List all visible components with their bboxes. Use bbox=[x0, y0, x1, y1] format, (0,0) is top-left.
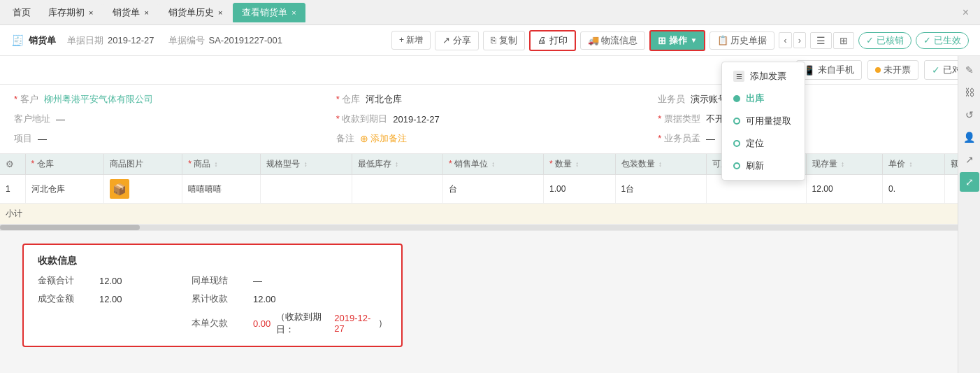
logistics-button[interactable]: 🚚 物流信息 bbox=[580, 31, 645, 50]
add-note-button[interactable]: ⊕ 添加备注 bbox=[360, 132, 407, 145]
salesman-value: — bbox=[706, 134, 715, 144]
close-icon[interactable]: × bbox=[89, 8, 93, 17]
refresh-label: 刷新 bbox=[746, 160, 764, 172]
cell-sales-unit: 台 bbox=[442, 175, 543, 204]
view-buttons: ☰ ⊞ bbox=[810, 32, 854, 49]
menu-locate[interactable]: 定位 bbox=[722, 132, 805, 155]
form-area: 客户 柳州粤港平安气体有限公司 仓库 河北仓库 业务员 演示账号 客户地址 — … bbox=[0, 85, 980, 154]
refresh-dot-icon bbox=[733, 162, 740, 169]
not-open-button[interactable]: 未开票 bbox=[867, 60, 918, 80]
close-icon[interactable]: × bbox=[218, 8, 222, 17]
tab-sales-order[interactable]: 销货单 × bbox=[103, 3, 157, 22]
col-current-stock: 现存量 ↕ bbox=[806, 154, 882, 175]
add-note-label: 添加备注 bbox=[370, 132, 407, 145]
tab-home[interactable]: 首页 bbox=[6, 6, 38, 19]
operate-down-icon: ▼ bbox=[690, 36, 697, 44]
col-sales-unit: 销售单位 ↕ bbox=[442, 154, 543, 175]
orange-dot-icon bbox=[875, 67, 881, 73]
tab-sales-history[interactable]: 销货单历史 × bbox=[159, 3, 231, 22]
copy-button[interactable]: ⎘ 复制 bbox=[483, 31, 525, 50]
operate-grid-icon: ⊞ bbox=[658, 35, 666, 46]
status-badges: ✓ 已核销 ✓ 已生效 bbox=[858, 32, 969, 49]
from-phone-label: 来自手机 bbox=[818, 64, 854, 76]
close-icon[interactable]: × bbox=[291, 8, 296, 17]
nav-arrows: ‹ › bbox=[779, 32, 806, 48]
doc-date-value: 2019-12-27 bbox=[108, 35, 154, 45]
nav-next-button[interactable]: › bbox=[793, 32, 806, 48]
customer-value[interactable]: 柳州粤港平安气体有限公司 bbox=[44, 93, 153, 106]
outbound-dot-icon bbox=[733, 95, 740, 102]
col-pack-qty: 包装数量 ↕ bbox=[615, 154, 706, 175]
sidebar-expand-icon[interactable]: ⤢ bbox=[960, 172, 979, 192]
cell-min-stock bbox=[352, 175, 442, 204]
table-header-row: ⚙ 仓库 商品图片 商品 ↕ 规格型号 ↕ 最低库存 ↕ 销售单位 ↕ 数量 ↕… bbox=[0, 154, 980, 175]
menu-refresh[interactable]: 刷新 bbox=[722, 155, 805, 177]
cell-quantity: 1.00 bbox=[543, 175, 615, 204]
warehouse-label: 仓库 bbox=[336, 93, 361, 106]
copy-icon: ⎘ bbox=[491, 35, 496, 45]
menu-outbound[interactable]: 出库 bbox=[722, 87, 805, 110]
doc-number-item: 单据编号 SA-20191227-001 bbox=[168, 34, 283, 47]
sidebar-user-icon[interactable]: 👤 bbox=[960, 127, 979, 147]
available-dot-icon bbox=[733, 118, 740, 125]
doc-header: 🧾 销货单 单据日期 2019-12-27 单据编号 SA-20191227-0… bbox=[0, 25, 980, 56]
grid-view-button[interactable]: ⊞ bbox=[833, 32, 854, 49]
share-button[interactable]: ↗ 分享 bbox=[435, 31, 479, 50]
current-due-row: 本单欠款 0.00 （收款到期日： 2019-12-27 ） bbox=[192, 311, 387, 336]
sidebar-edit-icon[interactable]: ✎ bbox=[960, 60, 979, 80]
history-icon: 📋 bbox=[717, 35, 728, 45]
sidebar-refresh-icon[interactable]: ↺ bbox=[960, 105, 979, 125]
col-product: 商品 ↕ bbox=[182, 154, 261, 175]
nav-prev-button[interactable]: ‹ bbox=[779, 32, 791, 48]
window-close-icon[interactable]: × bbox=[957, 6, 974, 19]
print-icon: 🖨 bbox=[538, 35, 547, 45]
tab-inventory-init[interactable]: 库存期初 × bbox=[39, 3, 102, 22]
effect-status-badge: ✓ 已生效 bbox=[916, 32, 969, 49]
note-row: 备注 ⊕ 添加备注 bbox=[336, 132, 644, 145]
note-label: 备注 bbox=[336, 132, 354, 145]
total-amount-value: 12.00 bbox=[99, 276, 122, 286]
salesman-label: 业务员孟 bbox=[658, 132, 700, 145]
new-button[interactable]: + 新增 bbox=[391, 31, 431, 50]
address-row: 客户地址 — bbox=[14, 113, 322, 125]
cell-no: 1 bbox=[0, 175, 25, 204]
accumulated-value: 12.00 bbox=[253, 294, 276, 304]
col-settings[interactable]: ⚙ bbox=[0, 154, 25, 175]
deal-amount-label: 成交金额 bbox=[38, 293, 94, 305]
print-button[interactable]: 🖨 打印 bbox=[529, 30, 576, 51]
payment-info-panel: 收款信息 金额合计 12.00 同单现结 — 成交金额 12.00 累计收款 1… bbox=[22, 244, 403, 347]
sidebar-link-icon[interactable]: ⛓ bbox=[960, 83, 979, 102]
close-icon[interactable]: × bbox=[144, 8, 148, 17]
not-open-label: 未开票 bbox=[884, 64, 911, 76]
list-view-button[interactable]: ☰ bbox=[810, 32, 832, 49]
plus-icon: ⊕ bbox=[360, 133, 368, 144]
share-icon: ↗ bbox=[442, 35, 450, 45]
phone-icon: 📱 bbox=[804, 65, 815, 76]
doc-number-label: 单据编号 bbox=[168, 34, 205, 47]
sidebar-export-icon[interactable]: ↗ bbox=[960, 150, 979, 169]
locate-dot-icon bbox=[733, 140, 740, 147]
scroll-thumb[interactable] bbox=[0, 225, 140, 230]
from-phone-button[interactable]: 📱 来自手机 bbox=[796, 60, 862, 80]
settings-icon[interactable]: ⚙ bbox=[6, 159, 14, 169]
operate-dropdown-menu: ☰ 添加发票 出库 可用量提取 定位 刷新 bbox=[721, 62, 805, 181]
due-date-label: 收款到期日 bbox=[336, 113, 388, 125]
menu-available-extract[interactable]: 可用量提取 bbox=[722, 110, 805, 132]
doc-title: 🧾 销货单 bbox=[11, 34, 56, 47]
horizontal-scrollbar[interactable] bbox=[0, 225, 980, 230]
outbound-label: 出库 bbox=[746, 92, 764, 105]
operate-button[interactable]: ⊞ 操作 ▼ bbox=[649, 30, 705, 51]
check-green-icon: ✓ bbox=[932, 64, 940, 76]
invoice-square-icon: ☰ bbox=[733, 71, 744, 82]
col-quantity: 数量 ↕ bbox=[543, 154, 615, 175]
tab-check-sales[interactable]: 查看销货单 × bbox=[233, 3, 305, 22]
tab-label: 查看销货单 bbox=[242, 6, 287, 19]
check-icon2: ✓ bbox=[923, 35, 931, 45]
due-note: （收款到期日： bbox=[276, 311, 329, 336]
current-due-value: 0.00 bbox=[253, 318, 271, 329]
total-amount-label: 金额合计 bbox=[38, 274, 94, 287]
doc-date-item: 单据日期 2019-12-27 bbox=[67, 34, 154, 47]
menu-add-invoice[interactable]: ☰ 添加发票 bbox=[722, 65, 805, 87]
history-button[interactable]: 📋 历史单据 bbox=[709, 31, 774, 50]
doc-number-value: SA-20191227-001 bbox=[209, 35, 283, 45]
